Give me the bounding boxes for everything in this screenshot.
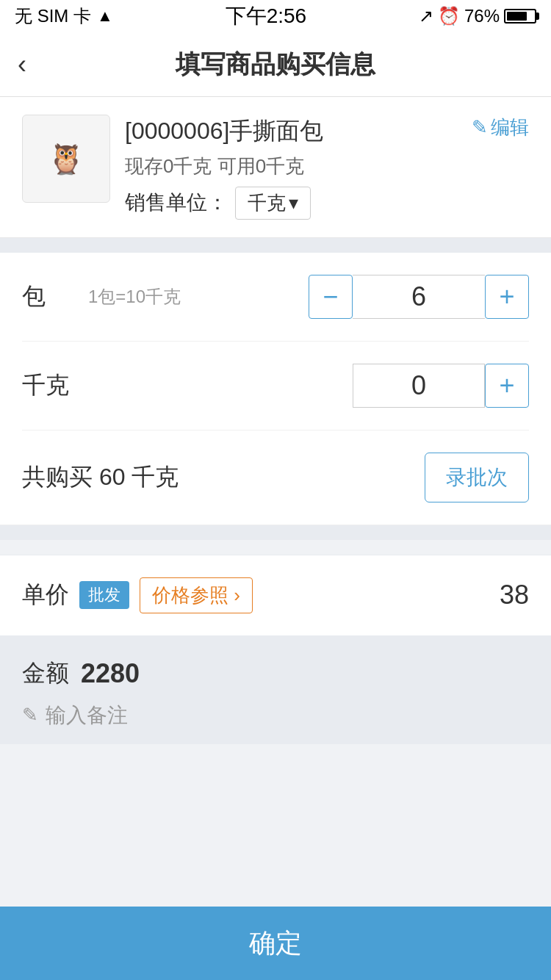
battery-percent: 76% — [464, 6, 500, 26]
kg-controls: + — [353, 364, 529, 408]
product-card: 🦉 [0000006]手撕面包 ✎ 编辑 现存0千克 可用0千克 销售单位： 千… — [0, 97, 551, 238]
amount-row: 金额 2280 — [22, 657, 529, 690]
divider-1 — [0, 238, 551, 253]
quantity-section: 包 1包=10千克 − + 千克 + — [0, 253, 551, 430]
product-stock: 现存0千克 可用0千克 — [125, 154, 529, 179]
pencil-icon: ✎ — [22, 704, 38, 727]
amount-section: 金额 2280 ✎ 输入备注 — [0, 635, 551, 744]
bag-decrement-button[interactable]: − — [309, 275, 353, 319]
kg-quantity-input[interactable] — [353, 364, 485, 408]
edit-icon: ✎ — [472, 116, 488, 139]
battery-fill — [507, 12, 527, 21]
batch-tag: 批发 — [79, 581, 129, 609]
product-header-row: [0000006]手撕面包 ✎ 编辑 — [125, 115, 529, 148]
unit-label: 销售单位： — [125, 189, 228, 217]
price-row: 单价 批发 价格参照 › 38 — [22, 577, 529, 613]
bag-row: 包 1包=10千克 − + — [22, 253, 529, 342]
status-bar: 无 SIM 卡 ▲ 下午2:56 ↗ ⏰ 76% — [0, 0, 551, 32]
remark-placeholder: 输入备注 — [46, 702, 128, 729]
product-logo-icon: 🦉 — [48, 142, 84, 176]
location-icon: ↗ — [419, 6, 433, 26]
total-row: 共购买 60 千克 录批次 — [0, 430, 551, 525]
battery-icon — [504, 9, 536, 24]
unit-value: 千克 — [248, 190, 286, 216]
confirm-button[interactable]: 确定 — [0, 907, 551, 980]
amount-label: 金额 — [22, 657, 69, 690]
price-section: 单价 批发 价格参照 › 38 — [0, 555, 551, 635]
kg-label: 千克 — [22, 370, 81, 402]
back-button[interactable]: ‹ — [18, 49, 26, 80]
page-title: 填写商品购买信息 — [176, 48, 375, 82]
unit-select[interactable]: 千克 ▾ — [235, 187, 311, 220]
bag-hint: 1包=10千克 — [88, 285, 309, 309]
edit-label: 编辑 — [491, 115, 529, 140]
alarm-icon: ⏰ — [438, 6, 460, 26]
bag-controls: − + — [309, 275, 529, 319]
bag-label: 包 — [22, 281, 81, 313]
kg-increment-button[interactable]: + — [485, 364, 529, 408]
remark-row[interactable]: ✎ 输入备注 — [22, 702, 529, 729]
price-label: 单价 — [22, 579, 69, 611]
carrier-label: 无 SIM 卡 — [15, 4, 91, 28]
nav-bar: ‹ 填写商品购买信息 — [0, 32, 551, 97]
wifi-icon: ▲ — [97, 7, 113, 26]
bag-increment-button[interactable]: + — [485, 275, 529, 319]
bag-quantity-input[interactable] — [353, 275, 485, 319]
product-unit-row: 销售单位： 千克 ▾ — [125, 187, 529, 220]
edit-button[interactable]: ✎ 编辑 — [472, 115, 529, 140]
product-image: 🦉 — [22, 115, 110, 203]
status-time: 下午2:56 — [226, 2, 307, 30]
status-left: 无 SIM 卡 ▲ — [15, 4, 113, 28]
product-info: [0000006]手撕面包 ✎ 编辑 现存0千克 可用0千克 销售单位： 千克 … — [125, 115, 529, 220]
kg-row: 千克 + — [22, 342, 529, 430]
total-label: 共购买 60 千克 — [22, 461, 179, 494]
amount-value: 2280 — [81, 658, 140, 689]
divider-2 — [0, 525, 551, 540]
price-reference-button[interactable]: 价格参照 › — [140, 577, 253, 613]
price-value: 38 — [500, 580, 529, 610]
chevron-down-icon: ▾ — [289, 192, 298, 215]
status-right: ↗ ⏰ 76% — [419, 6, 536, 26]
record-batch-button[interactable]: 录批次 — [425, 453, 529, 502]
product-name: [0000006]手撕面包 — [125, 115, 323, 148]
